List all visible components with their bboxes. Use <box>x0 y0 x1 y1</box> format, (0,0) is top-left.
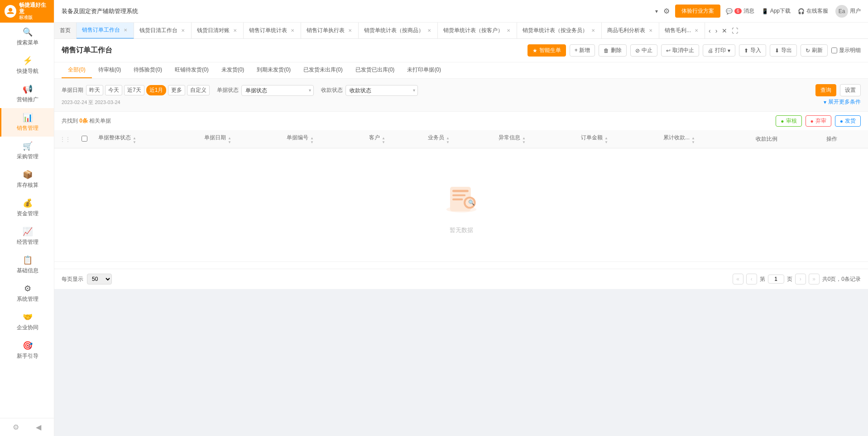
tab-close-3[interactable]: ✕ <box>232 27 238 34</box>
message-btn[interactable]: 💬 6 消息 <box>726 7 754 15</box>
tab-7[interactable]: 销货单统计表（按客户）✕ <box>438 23 517 39</box>
payment-select[interactable]: 收款状态 <box>345 85 418 96</box>
tab-8[interactable]: 销货单统计表（按业务员）✕ <box>517 23 602 39</box>
sub-tab-8[interactable]: 未打印单据(0) <box>401 62 447 78</box>
per-page-select[interactable]: 50 100 200 <box>87 274 112 284</box>
import-btn[interactable]: ⬆ 导入 <box>739 44 766 57</box>
tabs-prev-btn[interactable]: ‹ <box>707 26 713 35</box>
tab-close-7[interactable]: ✕ <box>506 27 511 34</box>
tabs-close-all-btn[interactable]: ✕ <box>720 26 729 35</box>
col-header-11[interactable]: 操作 <box>821 130 868 148</box>
expand-btn[interactable]: ▾ 展开更多条件 <box>824 98 861 106</box>
col-header-8[interactable]: 订单金额▲▼ <box>575 130 658 148</box>
sidebar-item-资金管理[interactable]: 💰资金管理 <box>0 194 54 222</box>
prev-page-btn[interactable]: ‹ <box>746 274 757 284</box>
sub-tab-2[interactable]: 待拣验货(0) <box>127 62 168 78</box>
sub-tab-4[interactable]: 未发货(0) <box>215 62 251 78</box>
sidebar-item-系统管理[interactable]: ⚙系统管理 <box>0 279 54 308</box>
topbar-settings[interactable]: ⚙ <box>663 7 670 15</box>
tab-5[interactable]: 销售订单执行表✕ <box>301 23 359 39</box>
settings-btn[interactable]: ⚙ <box>13 423 19 431</box>
filter-settings-btn[interactable]: 设置 <box>840 84 861 96</box>
sidebar-item-新手引导[interactable]: 🎯新手引导 <box>0 336 54 365</box>
tab-close-4[interactable]: ✕ <box>290 27 295 34</box>
show-detail-checkbox[interactable] <box>831 47 837 53</box>
query-btn[interactable]: 查询 <box>815 84 836 96</box>
col-header-7[interactable]: 异常信息▲▼ <box>493 130 575 148</box>
col-header-10[interactable]: 收款比例 <box>750 130 821 148</box>
tab-3[interactable]: 钱货日清对账✕ <box>192 23 244 39</box>
system-dropdown[interactable]: ▾ <box>655 8 658 14</box>
date-btn-自定义[interactable]: 自定义 <box>187 85 210 95</box>
sidebar-item-库存核算[interactable]: 📦库存核算 <box>0 165 54 194</box>
add-btn[interactable]: + 新增 <box>570 44 595 57</box>
print-btn[interactable]: 🖨 打印 ▾ <box>703 44 735 57</box>
col-header-5[interactable]: 客户▲▼ <box>364 130 422 148</box>
stop-btn[interactable]: ⊘ 中止 <box>630 44 657 57</box>
col-header-3[interactable]: 单据日期▲▼ <box>199 130 281 148</box>
collapse-btn[interactable]: ◀ <box>36 423 41 431</box>
cta-button[interactable]: 体验行业方案 <box>675 5 720 18</box>
deliver-btn[interactable]: ● 发货 <box>835 115 861 127</box>
sub-tab-5[interactable]: 到期未发货(0) <box>250 62 297 78</box>
sub-tab-1[interactable]: 待审核(0) <box>92 62 128 78</box>
online-service-btn[interactable]: 🎧 在线客服 <box>798 7 828 15</box>
smart-create-btn[interactable]: ★ 智能生单 <box>528 44 566 57</box>
sidebar-item-经营管理[interactable]: 📈经营管理 <box>0 222 54 251</box>
next-page-btn[interactable]: › <box>795 274 806 284</box>
sidebar-item-label: 系统管理 <box>17 295 38 303</box>
select-all-checkbox[interactable] <box>82 136 87 142</box>
tab-close-6[interactable]: ✕ <box>427 27 432 34</box>
tab-1[interactable]: 销售订单工作台✕ <box>77 23 134 39</box>
tab-0[interactable]: 首页 <box>54 23 77 39</box>
sub-tab-0[interactable]: 全部(0) <box>62 62 92 78</box>
sidebar-item-企业协同[interactable]: 🤝企业协同 <box>0 308 54 336</box>
col-header-9[interactable]: 累计收款...▲▼ <box>658 130 750 148</box>
tab-close-2[interactable]: ✕ <box>180 27 186 34</box>
sidebar-item-采购管理[interactable]: 🛒采购管理 <box>0 137 54 165</box>
date-btn-近7天[interactable]: 近7天 <box>124 85 144 95</box>
tab-close-9[interactable]: ✕ <box>648 27 653 34</box>
first-page-btn[interactable]: « <box>733 274 743 284</box>
sub-tab-7[interactable]: 已发货已出库(0) <box>349 62 401 78</box>
tab-close-10[interactable]: ✕ <box>694 27 699 34</box>
page-input[interactable] <box>768 275 784 284</box>
last-page-btn[interactable]: » <box>809 274 820 284</box>
tab-2[interactable]: 钱货日清工作台✕ <box>134 23 192 39</box>
col-header-6[interactable]: 业务员▲▼ <box>422 130 493 148</box>
tab-close-5[interactable]: ✕ <box>347 27 353 34</box>
app-download-btn[interactable]: 📱 App下载 <box>762 7 791 15</box>
tab-10[interactable]: 销售毛利...✕ <box>659 23 705 39</box>
export-btn[interactable]: ⬇ 导出 <box>770 44 797 57</box>
tab-close-1[interactable]: ✕ <box>123 27 128 33</box>
sidebar-item-营销推广[interactable]: 📢营销推广 <box>0 80 54 108</box>
show-detail-checkbox-label[interactable]: 显示明细 <box>831 47 861 54</box>
date-btn-更多[interactable]: 更多 <box>168 85 185 95</box>
scrollbar[interactable] <box>54 261 868 269</box>
table-head: ⋮⋮单据整体状态▲▼单据日期▲▼单据编号▲▼客户▲▼业务员▲▼异常信息▲▼订单金… <box>54 130 868 148</box>
date-btn-近1月[interactable]: 近1月 <box>146 85 167 95</box>
tab-close-8[interactable]: ✕ <box>590 27 596 34</box>
sidebar-item-销售管理[interactable]: 📊销售管理 <box>0 108 54 137</box>
user-menu[interactable]: Ea 用户 <box>835 5 861 18</box>
approve-btn[interactable]: ● 审核 <box>776 115 801 127</box>
sidebar-item-快捷导航[interactable]: ⚡快捷导航 <box>0 51 54 80</box>
sub-tab-6[interactable]: 已发货未出库(0) <box>297 62 349 78</box>
col-header-4[interactable]: 单据编号▲▼ <box>281 130 364 148</box>
sidebar-item-基础信息[interactable]: 📋基础信息 <box>0 251 54 279</box>
cancel-stop-btn[interactable]: ↩ 取消中止 <box>661 44 699 57</box>
reject-btn[interactable]: ● 弃审 <box>806 115 831 127</box>
refresh-btn[interactable]: ↻ 刷新 <box>801 44 828 57</box>
sidebar-item-搜索菜单[interactable]: 🔍搜索菜单 <box>0 23 54 51</box>
tab-6[interactable]: 销货单统计表（按商品）✕ <box>359 23 438 39</box>
delete-btn[interactable]: 🗑 删除 <box>599 44 627 57</box>
tab-9[interactable]: 商品毛利分析表✕ <box>602 23 659 39</box>
tabs-maximize-btn[interactable]: ⛶ <box>730 26 740 35</box>
tab-4[interactable]: 销售订单统计表✕ <box>244 23 301 39</box>
sub-tab-3[interactable]: 旺铺待发货(0) <box>168 62 215 78</box>
date-btn-今天[interactable]: 今天 <box>105 85 122 95</box>
tabs-next-btn[interactable]: › <box>714 26 719 35</box>
status-select[interactable]: 单据状态 <box>241 85 314 96</box>
date-btn-昨天[interactable]: 昨天 <box>86 85 103 95</box>
col-header-2[interactable]: 单据整体状态▲▼ <box>93 130 199 148</box>
